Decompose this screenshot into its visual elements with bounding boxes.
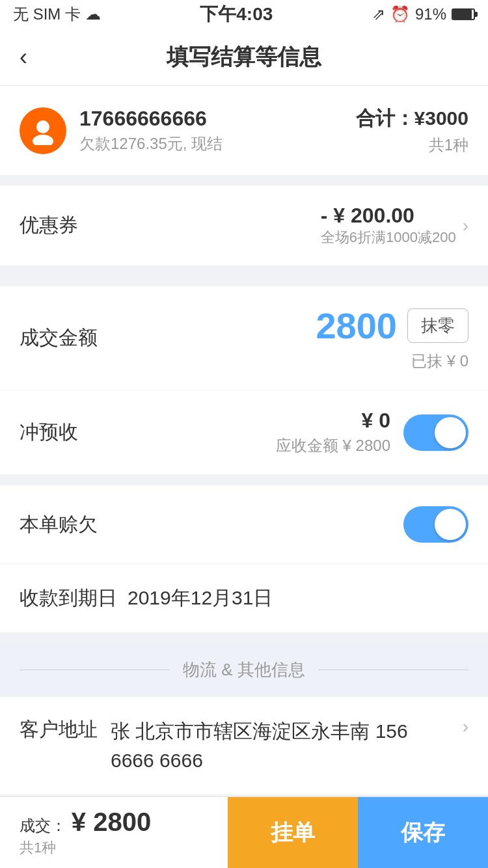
total-count: 共1种 [356, 135, 468, 156]
alarm-icon: ⏰ [390, 5, 410, 23]
status-time: 下午4:03 [200, 2, 273, 27]
coupon-right: - ¥ 200.00 全场6折满1000减200 › [321, 204, 468, 247]
customer-left: 17666666666 欠款1276.35元, 现结 [20, 107, 223, 154]
customer-total: 合计：¥3000 共1种 [356, 105, 468, 156]
pending-button[interactable]: 挂单 [228, 797, 358, 869]
section-divider-1 [0, 276, 488, 286]
bottom-deal-line: 成交： ¥ 2800 [20, 807, 208, 837]
divider-line-right [318, 670, 468, 670]
customer-phone: 17666666666 [79, 107, 223, 131]
pre-receive-row: 冲预收 ¥ 0 应收金额 ¥ 2800 [0, 390, 488, 475]
due-date-value: 2019年12月31日 [128, 585, 273, 612]
toggle-knob [435, 417, 466, 448]
credit-label: 本单赊欠 [20, 511, 98, 538]
battery-status: 91% [415, 5, 446, 23]
pre-receive-amount: ¥ 0 [276, 409, 390, 433]
customer-info: 17666666666 欠款1276.35元, 现结 [79, 107, 223, 154]
svg-point-0 [36, 120, 49, 133]
coupon-row[interactable]: 优惠券 - ¥ 200.00 全场6折满1000减200 › [0, 185, 488, 265]
deal-amount-right: 2800 抹零 已抹 ¥ 0 [316, 305, 468, 372]
address-value: 张 北京市市辖区海淀区永丰南 156 6666 6666 [111, 716, 456, 775]
save-button[interactable]: 保存 [358, 797, 488, 869]
logistics-divider-text: 物流 & 其他信息 [183, 658, 305, 681]
pre-receive-receivable: 应收金额 ¥ 2800 [276, 435, 390, 456]
pre-receive-right: ¥ 0 应收金额 ¥ 2800 [276, 409, 390, 456]
section-divider-3 [0, 632, 488, 643]
deal-amount-label: 成交金额 [20, 325, 98, 351]
nav-bar: ‹ 填写结算等信息 [0, 29, 488, 86]
bottom-summary: 成交： ¥ 2800 共1种 [0, 807, 228, 858]
coupon-chevron-icon: › [463, 215, 468, 236]
credit-toggle[interactable] [403, 506, 468, 543]
bottom-deal-label: 成交： [20, 817, 66, 834]
logistics-divider: 物流 & 其他信息 [0, 643, 488, 697]
coupon-amount: - ¥ 200.00 [321, 204, 456, 228]
coupon-label: 优惠券 [20, 212, 78, 239]
due-date-label: 收款到期日 [20, 585, 117, 612]
page-title: 填写结算等信息 [167, 42, 321, 72]
erased-text: 已抹 ¥ 0 [411, 351, 468, 372]
address-row[interactable]: 客户地址 张 北京市市辖区海淀区永丰南 156 6666 6666 › [0, 697, 488, 794]
bottom-count: 共1种 [20, 838, 208, 858]
coupon-desc: 全场6折满1000减200 [321, 228, 456, 247]
credit-toggle-knob [435, 509, 466, 540]
address-chevron-icon: › [463, 716, 468, 737]
customer-debt: 欠款1276.35元, 现结 [79, 133, 223, 154]
divider-line-left [20, 670, 170, 670]
svg-point-1 [33, 135, 53, 145]
pre-receive-label: 冲预收 [20, 419, 78, 446]
content-area: 17666666666 欠款1276.35元, 现结 合计：¥3000 共1种 … [0, 86, 488, 868]
status-right: ⇗ ⏰ 91% [372, 5, 475, 23]
sim-status: 无 SIM 卡 ☁ [13, 4, 101, 25]
status-left: 无 SIM 卡 ☁ [13, 4, 101, 25]
total-amount: 合计：¥3000 [356, 105, 468, 132]
address-label: 客户地址 [20, 716, 98, 743]
section-divider-2 [0, 475, 488, 485]
customer-row: 17666666666 欠款1276.35元, 现结 合计：¥3000 共1种 [0, 86, 488, 175]
avatar [20, 107, 66, 154]
avatar-icon [29, 116, 57, 145]
deal-amount-value: 2800 [316, 305, 397, 347]
location-icon: ⇗ [372, 5, 385, 23]
pre-receive-toggle[interactable] [403, 414, 468, 451]
battery-icon [452, 8, 475, 20]
status-bar: 无 SIM 卡 ☁ 下午4:03 ⇗ ⏰ 91% [0, 0, 488, 29]
bottom-bar: 成交： ¥ 2800 共1种 挂单 保存 [0, 796, 488, 868]
credit-row: 本单赊欠 [0, 485, 488, 564]
back-button[interactable]: ‹ [20, 44, 27, 71]
deal-amount-row: 成交金额 2800 抹零 已抹 ¥ 0 [0, 286, 488, 390]
due-date-row: 收款到期日 2019年12月31日 [0, 564, 488, 632]
round-zero-button[interactable]: 抹零 [407, 308, 468, 343]
bottom-amount: ¥ 2800 [72, 807, 151, 836]
